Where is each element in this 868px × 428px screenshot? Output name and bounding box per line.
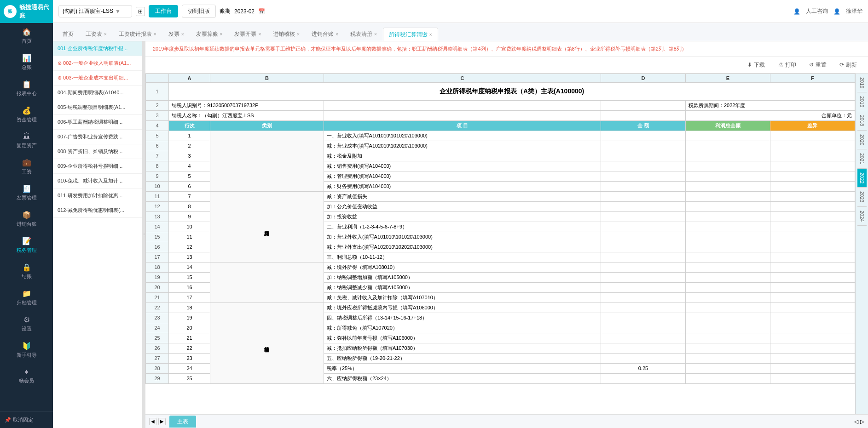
amount-cell[interactable] (601, 201, 686, 211)
tab-close-icon[interactable]: × (104, 32, 107, 37)
diff-cell[interactable] (770, 141, 855, 151)
row-idx[interactable]: 20 (169, 323, 210, 333)
download-button[interactable]: ⬇ 下载 (744, 60, 769, 70)
scroll-left-icon[interactable]: ◁ (854, 418, 858, 425)
row-idx[interactable]: 6 (169, 181, 210, 191)
sidebar-item-home[interactable]: 🏠 首页 (0, 23, 53, 49)
sidebar-item-invoice[interactable]: 🧾 发票管理 (0, 180, 53, 206)
item-cell[interactable]: 二、营业利润（1-2-3-4-5-6-7-8+9） (324, 222, 601, 232)
row-idx[interactable]: 9 (169, 211, 210, 222)
panel-item-011[interactable]: 011-研发费用加计扣除优惠... (53, 188, 142, 203)
panel-item-002[interactable]: 002-一般企业收入明细表(A1... (53, 56, 142, 71)
row-idx[interactable]: 14 (169, 262, 210, 272)
profit-cell[interactable] (685, 313, 770, 323)
tab-purchase-ledger[interactable]: 进销台账 × (306, 27, 344, 41)
profit-cell[interactable] (685, 262, 770, 272)
row-idx[interactable]: 21 (169, 333, 210, 343)
sidebar-item-tax[interactable]: 📝 税务管理 (0, 232, 53, 258)
row-idx[interactable]: 4 (169, 161, 210, 171)
row-idx[interactable]: 17 (169, 292, 210, 302)
amount-cell[interactable]: 0.25 (601, 363, 686, 373)
profit-cell[interactable] (685, 292, 770, 302)
amount-cell[interactable] (601, 222, 686, 232)
panel-item-007[interactable]: 007-广告费和业务宣传费跌... (53, 130, 142, 144)
tab-purchase-verify[interactable]: 进销稽核 × (267, 27, 306, 41)
item-cell[interactable]: 三、利润总额（10-11-12） (324, 252, 601, 262)
row-idx[interactable]: 11 (169, 232, 210, 242)
profit-cell[interactable] (685, 201, 770, 211)
pin-toggle[interactable]: 📌 取消固定 (0, 411, 53, 428)
item-cell[interactable]: 减：抵扣应纳税所得额（填写A107030） (324, 343, 601, 353)
row-idx[interactable]: 23 (169, 353, 210, 363)
amount-cell[interactable] (601, 151, 686, 161)
diff-cell[interactable] (770, 252, 855, 262)
profit-cell[interactable] (685, 211, 770, 222)
profit-cell[interactable] (685, 252, 770, 262)
tab-close-icon[interactable]: × (154, 32, 156, 37)
panel-item-010[interactable]: 010-免税、减计收入及加计... (53, 174, 142, 188)
year-item-2022[interactable]: 2022 (857, 169, 867, 188)
sidebar-item-archive[interactable]: 📁 归档管理 (0, 285, 53, 311)
row-idx[interactable]: 10 (169, 222, 210, 232)
diff-cell[interactable] (770, 201, 855, 211)
profit-cell[interactable] (685, 373, 770, 383)
diff-cell[interactable] (770, 171, 855, 181)
sidebar-item-member[interactable]: ♦ 畅会员 (0, 363, 53, 389)
year-item-2020[interactable]: 2020 (857, 131, 867, 149)
sidebar-item-assets[interactable]: 🏛 固定资产 (0, 128, 53, 154)
item-cell[interactable]: 减：财务费用(填写A104000) (324, 181, 601, 191)
profit-cell[interactable] (685, 343, 770, 353)
item-cell[interactable]: 税率（25%） (324, 363, 601, 373)
tab-invoice-list[interactable]: 发票 × (162, 27, 190, 41)
row-idx[interactable]: 2 (169, 141, 210, 151)
company-selector[interactable]: (勾副) 江西服宝-LSS ▼ (58, 5, 132, 17)
tab-close-icon[interactable]: × (220, 32, 223, 37)
panel-item-009[interactable]: 009-企业所得税补亏损明细... (53, 159, 142, 174)
item-cell[interactable]: 加：投资收益 (324, 211, 601, 222)
row-idx[interactable]: 5 (169, 171, 210, 181)
profit-cell[interactable] (685, 242, 770, 252)
row-idx[interactable]: 24 (169, 363, 210, 373)
amount-cell[interactable] (601, 161, 686, 171)
sidebar-item-capital[interactable]: 💰 资金管理 (0, 102, 53, 128)
sidebar-item-guide[interactable]: 🔰 新手引导 (0, 337, 53, 363)
diff-cell[interactable] (770, 363, 855, 373)
year-item-2018[interactable]: 2018 (857, 111, 867, 130)
item-cell[interactable]: 减：境外所得（填写A108010） (324, 262, 601, 272)
year-item-2023[interactable]: 2023 (857, 188, 867, 206)
diff-cell[interactable] (770, 323, 855, 333)
sidebar-item-payroll[interactable]: 💼 工资 (0, 154, 53, 180)
diff-cell[interactable] (770, 211, 855, 222)
amount-cell[interactable] (601, 313, 686, 323)
amount-cell[interactable] (601, 141, 686, 151)
item-cell[interactable]: 减：纳税调整减少额（填写A105000） (324, 282, 601, 292)
amount-cell[interactable] (601, 191, 686, 201)
scroll-right-icon[interactable]: ▷ (860, 418, 864, 425)
diff-cell[interactable] (770, 373, 855, 383)
amount-cell[interactable] (601, 323, 686, 333)
sidebar-item-sales[interactable]: 📦 进销台账 (0, 206, 53, 232)
profit-cell[interactable] (685, 131, 770, 141)
row-idx[interactable]: 19 (169, 313, 210, 323)
profit-cell[interactable] (685, 302, 770, 313)
amount-cell[interactable] (601, 343, 686, 353)
diff-cell[interactable] (770, 151, 855, 161)
row-idx[interactable]: 12 (169, 242, 210, 252)
amount-cell[interactable] (601, 292, 686, 302)
item-cell[interactable]: 减：境外应税所得抵减境内亏损（填写A108000） (324, 302, 601, 313)
row-idx[interactable]: 15 (169, 272, 210, 282)
row-idx[interactable]: 18 (169, 302, 210, 313)
item-cell[interactable]: 减：营业成本(填写A102010\102020\103000) (324, 141, 601, 151)
workspace-button[interactable]: 工作台 (149, 5, 178, 17)
item-cell[interactable]: 减：所得减免（填写A107020） (324, 323, 601, 333)
item-cell[interactable]: 加：公允价值变动收益 (324, 201, 601, 211)
prev-tab-arrow[interactable]: ◀ (149, 418, 156, 425)
diff-cell[interactable] (770, 353, 855, 363)
diff-cell[interactable] (770, 191, 855, 201)
amount-cell[interactable] (601, 353, 686, 363)
amount-cell[interactable] (601, 181, 686, 191)
item-cell[interactable]: 加：营业外收入(填写A101010\101020\103000) (324, 232, 601, 242)
profit-cell[interactable] (685, 171, 770, 181)
refresh-button[interactable]: ⟳ 刷新 (836, 60, 861, 70)
item-cell[interactable]: 减：管理费用(填写A104000) (324, 171, 601, 181)
